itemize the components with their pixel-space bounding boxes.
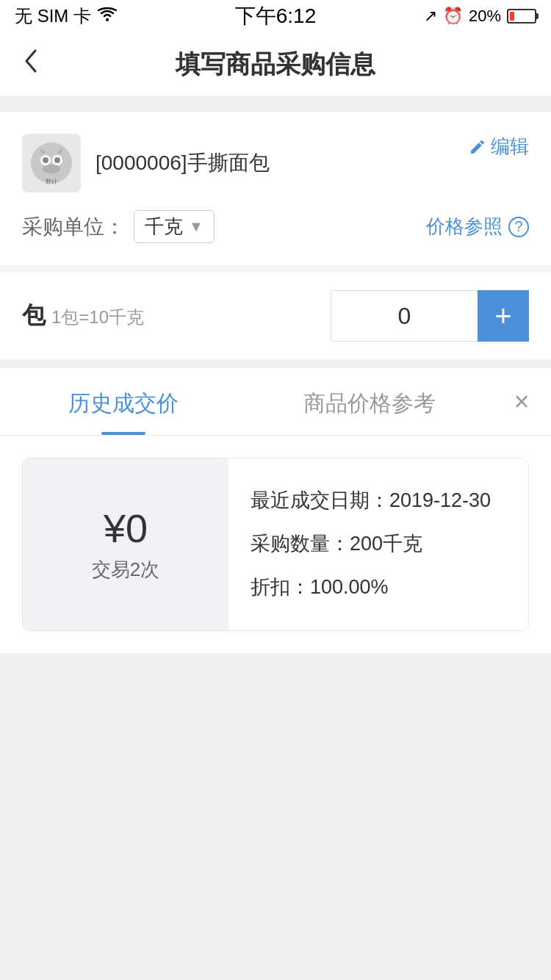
svg-point-4 bbox=[43, 157, 48, 163]
unit-value: 千克 bbox=[145, 214, 183, 239]
tabs-header: 历史成交价 商品价格参考 × bbox=[0, 368, 551, 436]
battery-icon bbox=[507, 9, 536, 24]
alarm-icon: ⏰ bbox=[443, 7, 463, 26]
tab-price-reference[interactable]: 商品价格参考 bbox=[246, 368, 492, 435]
price-reference-button[interactable]: 价格参照 ? bbox=[426, 214, 529, 239]
quantity-control: + bbox=[331, 290, 529, 342]
history-card: ¥0 交易2次 最近成交日期：2019-12-30 采购数量：200千克 折扣：… bbox=[22, 458, 529, 631]
svg-point-6 bbox=[43, 165, 60, 173]
history-content: ¥0 交易2次 最近成交日期：2019-12-30 采购数量：200千克 折扣：… bbox=[0, 436, 551, 653]
svg-point-0 bbox=[106, 18, 109, 21]
product-header: 野计 [0000006]手撕面包 编辑 bbox=[22, 134, 529, 192]
unit-big-label: 包 bbox=[22, 300, 46, 332]
quantity-input[interactable] bbox=[331, 290, 478, 342]
section-separator bbox=[0, 265, 551, 273]
quantity-row: 包 1包=10千克 + bbox=[0, 273, 551, 359]
history-details: 最近成交日期：2019-12-30 采购数量：200千克 折扣：100.00% bbox=[228, 458, 528, 630]
price-value: 0 bbox=[126, 506, 148, 550]
purchase-unit-label: 采购单位： bbox=[22, 213, 125, 241]
tab-history-price[interactable]: 历史成交价 bbox=[0, 368, 246, 435]
status-right: ↗ ⏰ 20% bbox=[424, 7, 536, 26]
tab-history-label: 历史成交价 bbox=[68, 391, 179, 415]
svg-point-5 bbox=[54, 157, 60, 163]
history-price-section: ¥0 交易2次 bbox=[23, 458, 228, 630]
svg-text:野计: 野计 bbox=[46, 179, 57, 185]
page-title: 填写商品采购信息 bbox=[176, 48, 375, 82]
purchase-qty-row: 采购数量：200千克 bbox=[251, 528, 506, 560]
status-bar: 无 SIM 卡 下午6:12 ↗ ⏰ 20% bbox=[0, 0, 551, 32]
discount-row: 折扣：100.00% bbox=[251, 572, 506, 603]
product-thumbnail: 野计 bbox=[22, 134, 81, 192]
trade-count: 交易2次 bbox=[92, 557, 159, 583]
edit-button[interactable]: 编辑 bbox=[469, 134, 529, 159]
status-time: 下午6:12 bbox=[235, 2, 317, 30]
discount-value: 100.00% bbox=[310, 576, 389, 598]
price-currency: ¥ bbox=[104, 506, 126, 550]
nav-bar: 填写商品采购信息 bbox=[0, 32, 551, 97]
tab-reference-label: 商品价格参考 bbox=[303, 391, 436, 415]
recent-date-row: 最近成交日期：2019-12-30 bbox=[251, 485, 506, 516]
location-icon: ↗ bbox=[424, 7, 437, 26]
status-left: 无 SIM 卡 bbox=[15, 4, 118, 28]
product-title: 手撕面包 bbox=[187, 151, 270, 174]
purchase-qty-value: 200千克 bbox=[350, 533, 422, 555]
unit-info: 包 1包=10千克 bbox=[22, 300, 144, 332]
tabs-close-button[interactable]: × bbox=[492, 372, 551, 432]
product-unit-row: 采购单位： 千克 ▼ 价格参照 ? bbox=[22, 210, 529, 243]
unit-select[interactable]: 千克 ▼ bbox=[134, 210, 215, 243]
product-left: 野计 [0000006]手撕面包 bbox=[22, 134, 270, 192]
dropdown-arrow: ▼ bbox=[189, 218, 204, 235]
tab-active-indicator bbox=[101, 432, 145, 435]
battery-percent: 20% bbox=[469, 7, 501, 26]
recent-date-value: 2019-12-30 bbox=[389, 489, 491, 511]
quantity-plus-button[interactable]: + bbox=[478, 290, 529, 342]
tabs-section: 历史成交价 商品价格参考 × ¥0 交易2次 最近成交日期：2019-12-30 bbox=[0, 368, 551, 653]
help-icon: ? bbox=[508, 217, 529, 237]
discount-label: 折扣： bbox=[251, 576, 310, 598]
unit-conversion: 1包=10千克 bbox=[51, 306, 144, 329]
svg-point-1 bbox=[31, 143, 72, 184]
back-button[interactable] bbox=[22, 46, 66, 82]
wifi-icon bbox=[97, 6, 118, 26]
product-name: [0000006]手撕面包 bbox=[96, 149, 270, 177]
history-price-display: ¥0 bbox=[104, 505, 148, 551]
product-id: [0000006] bbox=[96, 151, 187, 174]
purchase-qty-label: 采购数量： bbox=[251, 533, 350, 555]
recent-date-label: 最近成交日期： bbox=[251, 489, 389, 511]
price-ref-label: 价格参照 bbox=[426, 214, 503, 239]
help-symbol: ? bbox=[514, 218, 522, 235]
edit-label: 编辑 bbox=[491, 134, 529, 159]
product-card: 野计 [0000006]手撕面包 编辑 采购单位： 千克 ▼ 价格参照 ? bbox=[0, 112, 551, 265]
close-icon: × bbox=[514, 386, 529, 417]
carrier-label: 无 SIM 卡 bbox=[15, 4, 91, 28]
